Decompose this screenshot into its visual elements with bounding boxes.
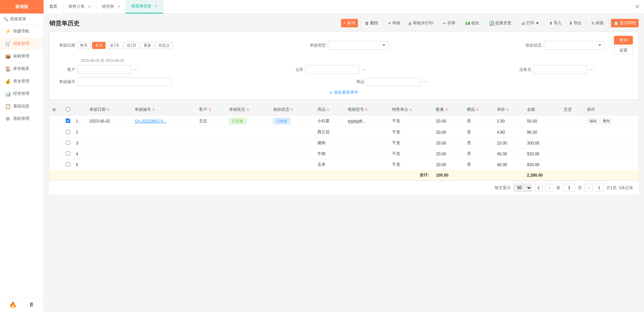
- set-button[interactable]: 设置: [614, 46, 633, 55]
- row-checkbox[interactable]: [63, 115, 73, 127]
- row-select-checkbox[interactable]: [66, 140, 70, 145]
- date-btn-7days[interactable]: 近7天: [107, 42, 122, 49]
- close-all-tabs[interactable]: ✕: [631, 3, 644, 10]
- th-gift[interactable]: 赠品 ⇅: [464, 104, 494, 115]
- row-spec: tyjyjtyjdf...: [345, 115, 389, 127]
- tab-sales-history[interactable]: 销货单历史 ✕: [126, 0, 163, 14]
- warehouse-input[interactable]: [305, 65, 359, 74]
- goods-dots[interactable]: ···: [422, 79, 427, 85]
- show-detail-button[interactable]: 📋 显示明细: [611, 19, 639, 27]
- row-select-checkbox[interactable]: [66, 119, 70, 123]
- sidebar-item-purchase-mgmt[interactable]: 📦 采购管理: [0, 50, 44, 62]
- th-goods[interactable]: 商品 ⇅: [315, 104, 345, 115]
- sep9: [609, 20, 609, 26]
- table-row: 1 2023-06-02 SA-20230602-0... 王总 已生效 已收款…: [50, 115, 638, 127]
- row-checkbox[interactable]: [63, 127, 73, 138]
- table-container: ⚙ 单据日期 ⇅ 单据编号 ⇅ 客户 ⇅: [49, 104, 639, 181]
- next-page-button[interactable]: ›: [585, 184, 593, 192]
- sidebar-item-quick-nav[interactable]: ⚡ 快捷导航: [0, 25, 44, 37]
- refresh-button[interactable]: ↻ 刷新: [589, 19, 607, 27]
- row-doc-no: [132, 127, 196, 138]
- th-unit-price[interactable]: 单价 ⇅: [494, 104, 524, 115]
- date-btn-more[interactable]: 更多: [141, 42, 154, 49]
- staff-dots[interactable]: ···: [589, 67, 594, 73]
- tab-home[interactable]: 首页: [44, 0, 63, 14]
- basic-info-icon: 📋: [5, 104, 10, 109]
- total-label: 合计:: [50, 170, 433, 180]
- date-btn-yesterday[interactable]: 昨天: [77, 42, 91, 49]
- doc-no-input[interactable]: [77, 77, 172, 86]
- tab-sales-order[interactable]: 销售订单 ✕: [63, 0, 96, 14]
- query-button[interactable]: 查询: [614, 36, 633, 45]
- th-gear[interactable]: ⚙: [50, 104, 63, 115]
- tab-sales-history-close[interactable]: ✕: [155, 4, 158, 8]
- audit-button[interactable]: ✔ 审核: [385, 19, 403, 27]
- prev-page-button[interactable]: ‹: [545, 184, 554, 192]
- batch-change-button[interactable]: 🔄 批量变更: [486, 19, 514, 27]
- sidebar-bottom-icon1[interactable]: 🔥: [9, 301, 17, 309]
- sidebar-item-system[interactable]: ⚙ 系统管理: [0, 112, 44, 125]
- print-button[interactable]: 🖨 打印 ▼: [519, 19, 542, 27]
- sidebar-search[interactable]: 🔍 搜索菜单: [0, 14, 44, 25]
- row-checkbox[interactable]: [63, 138, 73, 149]
- th-spec[interactable]: 规格型号 ⇅: [345, 104, 389, 115]
- tab-sales-delivery-close[interactable]: ✕: [117, 5, 120, 8]
- audit-print-icon: 🖨: [408, 21, 412, 26]
- abandon-button[interactable]: ↩ 弃审: [440, 19, 458, 27]
- select-all-checkbox[interactable]: [66, 107, 70, 111]
- collect-status-select[interactable]: [544, 41, 605, 50]
- export-button[interactable]: ⬇ 导出: [566, 19, 584, 27]
- row-doc-no: [132, 159, 196, 170]
- warehouse-dots[interactable]: ···: [361, 67, 366, 73]
- sidebar-item-basic-info[interactable]: 📋 基础信息: [0, 100, 44, 112]
- row-select-checkbox[interactable]: [66, 130, 70, 134]
- sidebar-item-inventory[interactable]: 🏠 库存核算: [0, 62, 44, 75]
- th-customer[interactable]: 客户 ⇅: [196, 104, 226, 115]
- sort-icon-unit: ⇅: [409, 108, 412, 111]
- sidebar-bottom-icon2[interactable]: ⏸: [28, 301, 34, 309]
- th-unit[interactable]: 销售单位 ⇅: [389, 104, 433, 115]
- page-number-input[interactable]: [563, 184, 575, 192]
- customer-input[interactable]: [77, 65, 131, 74]
- row-select-checkbox[interactable]: [66, 151, 70, 156]
- row-transaction: [561, 115, 584, 127]
- sidebar-item-label: 采购管理: [13, 53, 29, 59]
- date-btn-today[interactable]: 今天: [92, 42, 106, 49]
- tab-sales-delivery-label: 销货单: [102, 4, 114, 9]
- doc-no-link[interactable]: SA-20230602-0...: [135, 119, 166, 124]
- th-collect-status[interactable]: 收款状态 ⇅: [271, 104, 315, 115]
- doc-type-select[interactable]: [328, 41, 389, 50]
- row-select-checkbox[interactable]: [66, 162, 70, 166]
- date-btn-1month[interactable]: 近1月: [124, 42, 139, 49]
- page-suffix-label: 页: [578, 185, 582, 191]
- sidebar-item-finance[interactable]: 💰 资金管理: [0, 75, 44, 87]
- import-button[interactable]: ⬆ 导入: [547, 19, 564, 27]
- date-range-buttons: 昨天 今天 近7天 近1月 更多 自定义: [77, 42, 173, 49]
- collapse-bar[interactable]: ∧ 收起更多条件: [55, 89, 633, 95]
- per-page-select[interactable]: 50 100 200: [513, 184, 532, 192]
- goods-input[interactable]: [366, 77, 420, 86]
- sidebar-item-sales-mgmt[interactable]: 🛒 销售管理: [0, 37, 44, 50]
- row-checkbox[interactable]: [63, 149, 73, 159]
- action-btn-1[interactable]: 删除: [600, 118, 613, 124]
- customer-dots[interactable]: ···: [133, 67, 138, 73]
- th-doc-status[interactable]: 单据状态 ⇅: [226, 104, 271, 115]
- audit-print-button[interactable]: 🖨 审核并打印: [405, 19, 436, 27]
- staff-input[interactable]: [533, 65, 587, 74]
- delete-button[interactable]: 🗑 删除: [362, 19, 381, 27]
- first-page-button[interactable]: ⟪: [535, 184, 543, 192]
- th-qty[interactable]: 数量 ⇅: [433, 104, 464, 115]
- new-button[interactable]: + 新增: [341, 19, 358, 27]
- th-doc-date[interactable]: 单据日期 ⇅: [87, 104, 132, 115]
- row-index: 1: [73, 115, 87, 127]
- th-doc-no[interactable]: 单据编号 ⇅: [132, 104, 196, 115]
- last-page-button[interactable]: ⟫: [595, 184, 604, 192]
- row-checkbox[interactable]: [63, 159, 73, 170]
- action-btn-0[interactable]: 编辑: [587, 118, 599, 124]
- collect-button[interactable]: 💵 收款: [463, 19, 482, 27]
- date-btn-custom[interactable]: 自定义: [156, 42, 173, 49]
- row-qty: 20.00: [433, 159, 464, 170]
- sidebar-item-operations[interactable]: 📊 经营管理: [0, 87, 44, 100]
- tab-sales-order-close[interactable]: ✕: [88, 5, 91, 8]
- tab-sales-delivery[interactable]: 销货单 ✕: [96, 0, 126, 14]
